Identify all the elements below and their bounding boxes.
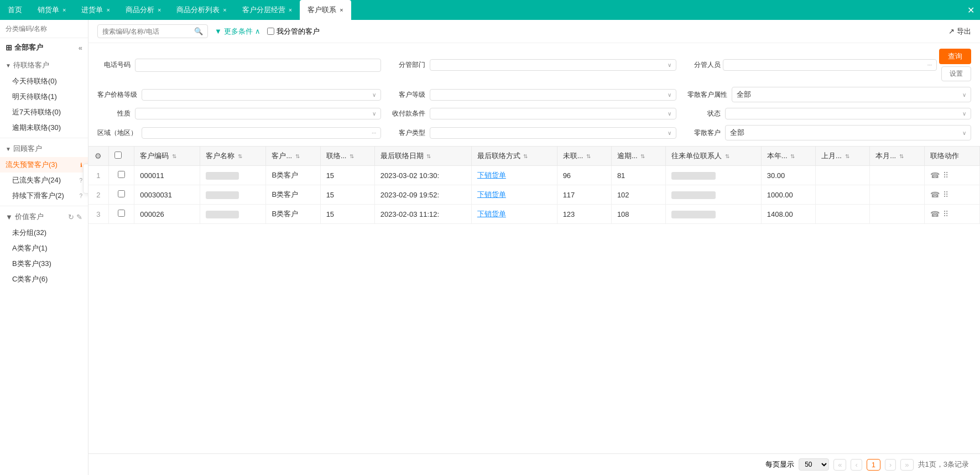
close-customer-tier-tab[interactable]: × <box>289 7 292 13</box>
customer-type-select[interactable]: ∨ <box>430 127 676 139</box>
td-type-1: B类客户 <box>266 185 320 205</box>
sort-method-icon[interactable]: ⇅ <box>523 153 528 159</box>
sidebar-item-today-pending[interactable]: 今天待联络(0) <box>0 74 88 89</box>
sidebar-item-week-pending[interactable]: 近7天待联络(0) <box>0 105 88 120</box>
sort-contact-person-icon[interactable]: ⇅ <box>725 153 729 159</box>
contact-action-icon-1[interactable]: ☎ <box>930 190 940 199</box>
sort-code-icon[interactable]: ⇅ <box>172 153 176 159</box>
close-all-tabs[interactable]: ✕ <box>967 5 974 15</box>
sidebar-item-class-c[interactable]: C类客户(6) <box>0 272 88 287</box>
sidebar-group-review[interactable]: ▼ 回顾客户 <box>0 140 88 157</box>
sidebar-item-declining[interactable]: 持续下滑客户(2) ? <box>0 188 88 203</box>
price-level-select[interactable]: ∨ <box>142 89 381 101</box>
sort-name-icon[interactable]: ⇅ <box>238 153 242 159</box>
sidebar-item-overdue-pending[interactable]: 逾期未联络(30) <box>0 120 88 135</box>
table-settings-icon[interactable]: ⚙ <box>95 152 102 160</box>
close-sales-tab[interactable]: × <box>62 7 66 13</box>
sidebar-group-pending[interactable]: ▼ 待联络客户 <box>0 57 88 74</box>
dept-select[interactable]: ∨ <box>430 59 676 71</box>
sort-type-icon[interactable]: ⇅ <box>295 153 300 159</box>
sort-last-month-icon[interactable]: ⇅ <box>845 153 849 159</box>
sort-date-icon[interactable]: ⇅ <box>426 153 431 159</box>
row-checkbox-2[interactable] <box>118 210 125 217</box>
status-label: 状态 <box>687 109 721 118</box>
sidebar-group-value-customers[interactable]: ▼ 价值客户 ↻ ✎ <box>0 208 88 225</box>
row-checkbox-1[interactable] <box>118 190 125 197</box>
next-page-btn[interactable]: › <box>885 459 896 471</box>
payment-select[interactable]: ∨ <box>430 108 676 119</box>
zero-retail-select[interactable]: 全部 ∨ <box>732 87 971 102</box>
tab-customer-tier[interactable]: 客户分层经营 × <box>234 0 300 20</box>
close-goods-list-tab[interactable]: × <box>223 7 226 13</box>
td-this-month-0 <box>870 166 924 185</box>
th-last-contact-method: 最后联络方式 ⇅ <box>471 147 557 166</box>
zero-customer-select[interactable]: 全部 ∨ <box>725 125 971 140</box>
prev-page-btn[interactable]: ‹ <box>851 459 862 471</box>
my-customers-check[interactable] <box>267 28 274 35</box>
first-page-btn[interactable]: « <box>833 459 846 471</box>
contact-action-icon-2[interactable]: ☎ <box>930 210 940 218</box>
filter-row-price-level: 客户价格等级 ∨ <box>97 87 381 102</box>
manager-select[interactable]: ··· <box>723 59 937 71</box>
gender-select[interactable]: ∨ <box>135 108 381 119</box>
sidebar-item-churned[interactable]: 已流失客户(24) ? <box>0 173 88 188</box>
sidebar-collapse-btn[interactable]: « <box>79 44 82 52</box>
phone-input[interactable] <box>135 59 381 72</box>
more-conditions-btn[interactable]: ▼ 更多条件 ∧ <box>215 27 260 36</box>
zero-customer-label: 零散客户 <box>687 128 721 138</box>
contact-action-icon-0[interactable]: ☎ <box>930 171 940 180</box>
tab-sales[interactable]: 销货单 × <box>30 0 74 20</box>
method-link-2[interactable]: 下销货单 <box>477 210 506 218</box>
customer-type-arrow: ∨ <box>668 130 671 136</box>
filter-bar: 🔍 ▼ 更多条件 ∧ 我分管的客户 ↗ 导出 <box>88 20 980 43</box>
main-search-input[interactable] <box>102 28 194 35</box>
sidebar-item-class-b[interactable]: B类客户(33) <box>0 256 88 272</box>
sidebar-all-customers[interactable]: ⊞ 全部客户 « <box>0 38 88 57</box>
close-customer-contact-tab[interactable]: × <box>340 7 343 13</box>
sidebar-item-tomorrow-pending[interactable]: 明天待联络(1) <box>0 89 88 105</box>
settings-btn[interactable]: 设置 <box>941 66 971 81</box>
filter-icon: ▼ <box>215 27 222 35</box>
filter-row-customer-type: 客户类型 ∨ <box>392 125 676 140</box>
more-action-icon-0[interactable]: ⠿ <box>943 171 948 180</box>
method-link-1[interactable]: 下销货单 <box>477 190 506 199</box>
sort-contact-icon[interactable]: ⇅ <box>350 153 354 159</box>
close-goods-analysis-tab[interactable]: × <box>158 7 161 13</box>
tab-home[interactable]: 首页 <box>0 0 30 20</box>
sidebar-search-input[interactable] <box>6 25 88 33</box>
more-action-icon-1[interactable]: ⠿ <box>943 190 948 199</box>
tab-purchase[interactable]: 进货单 × <box>74 0 117 20</box>
payment-label: 收付款条件 <box>392 109 425 118</box>
td-last-month-1 <box>816 185 870 205</box>
sort-this-month-icon[interactable]: ⇅ <box>899 153 904 159</box>
page-size-select[interactable]: 50 100 <box>799 458 829 471</box>
tab-goods-analysis[interactable]: 商品分析 × <box>118 0 169 20</box>
tab-goods-list[interactable]: 商品分析列表 × <box>169 0 234 20</box>
search-submit-icon[interactable]: 🔍 <box>194 27 203 35</box>
last-page-btn[interactable]: » <box>900 459 913 471</box>
question-icon-churned: ? <box>79 178 82 184</box>
sort-this-year-icon[interactable]: ⇅ <box>790 153 795 159</box>
filter-row-status: 状态 ∨ <box>687 108 971 119</box>
more-action-icon-2[interactable]: ⠿ <box>943 210 948 218</box>
query-btn[interactable]: 查询 <box>939 49 971 64</box>
row-checkbox-0[interactable] <box>118 171 125 178</box>
status-select[interactable]: ∨ <box>725 108 971 119</box>
export-btn[interactable]: ↗ 导出 <box>948 27 971 36</box>
sidebar-item-churn-warning[interactable]: 流失预警客户(3) ℹ <box>0 157 88 173</box>
sidebar-item-class-a[interactable]: A类客户(1) <box>0 241 88 256</box>
area-select[interactable]: ··· <box>142 127 381 139</box>
sort-uncontacted-icon[interactable]: ⇅ <box>586 153 591 159</box>
td-index-0: 1 <box>88 166 108 185</box>
th-contact-person: 往来单位联系人 ⇅ <box>666 147 762 166</box>
sort-overdue-icon[interactable]: ⇅ <box>640 153 645 159</box>
close-purchase-tab[interactable]: × <box>106 7 110 13</box>
customer-level-select[interactable]: ∨ <box>430 89 676 101</box>
method-link-0[interactable]: 下销货单 <box>477 171 506 179</box>
sidebar-item-ungrouped[interactable]: 未分组(32) <box>0 225 88 241</box>
edit-icon-value[interactable]: ✎ <box>76 213 82 221</box>
tab-customer-contact[interactable]: 客户联系 × <box>300 0 351 20</box>
refresh-icon-value[interactable]: ↻ <box>68 213 74 221</box>
my-customers-checkbox[interactable]: 我分管的客户 <box>267 27 320 36</box>
select-all-checkbox[interactable] <box>114 152 122 159</box>
